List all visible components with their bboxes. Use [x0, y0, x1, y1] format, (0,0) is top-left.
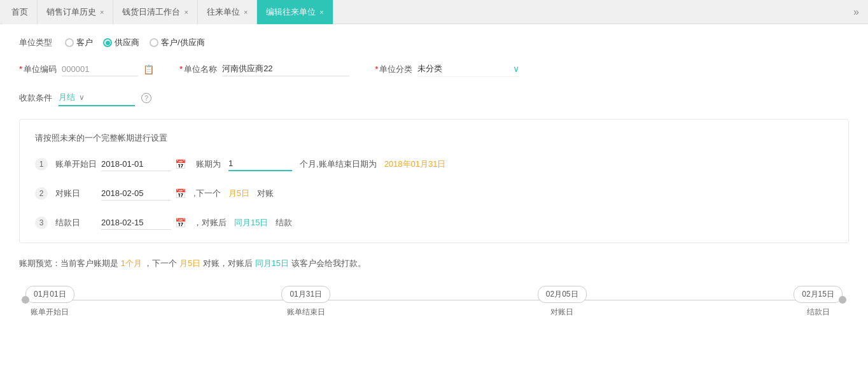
tab-bar: 首页 销售订单历史 × 钱货日清工作台 × 往来单位 × 编辑往来单位 × »: [0, 0, 868, 24]
payment-condition-arrow: ∨: [79, 93, 85, 102]
timeline-badge-4: 02月15日: [794, 286, 843, 303]
calendar-icon-3[interactable]: 📅: [175, 218, 186, 228]
calendar-icon-2[interactable]: 📅: [175, 188, 186, 199]
timeline-item-3: 02月05日 对账日: [538, 286, 587, 318]
settings-row-2: 2 对账日 📅 ,下一个 月5日 对账: [35, 186, 833, 201]
main-content: 单位类型 客户 供应商 客户/供应商 *单位编码 📋: [0, 24, 868, 387]
tab-sales-history[interactable]: 销售订单历史 ×: [38, 0, 113, 24]
period-input[interactable]: [228, 157, 292, 171]
period-prefix-1: 账期为: [196, 158, 221, 170]
radio-customer[interactable]: 客户: [65, 37, 93, 48]
unit-category-arrow: ∨: [513, 64, 519, 74]
unit-name-label: *单位名称: [179, 64, 217, 75]
tab-cashwork[interactable]: 钱货日清工作台 ×: [113, 0, 197, 24]
date-field-2: 📅: [101, 186, 186, 201]
tab-edit-units-close[interactable]: ×: [319, 8, 323, 16]
row3-suffix-normal: 结款: [276, 217, 292, 229]
radio-both[interactable]: 客户/供应商: [150, 37, 205, 48]
tab-units-close[interactable]: ×: [244, 8, 248, 16]
date-input-1[interactable]: [101, 157, 171, 171]
timeline-label-1: 账单开始日: [31, 307, 69, 318]
tab-edit-units-label: 编辑往来单位: [266, 6, 316, 18]
timeline-badge-3: 02月05日: [538, 286, 587, 303]
row-num-3: 3: [35, 216, 48, 229]
row-label-3: 结款日: [55, 217, 94, 229]
unit-code-label: *单位编码: [19, 64, 57, 75]
preview-part3: 月5日: [179, 258, 200, 268]
payment-condition-dropdown[interactable]: 月结 ∨: [59, 90, 135, 106]
row-num-2: 2: [35, 187, 48, 200]
radio-supplier[interactable]: 供应商: [103, 37, 139, 48]
preview-part1: 1个月: [121, 258, 142, 268]
radio-supplier-label: 供应商: [115, 37, 139, 48]
preview-part6: 该客户会给我打款。: [291, 258, 366, 268]
calendar-icon-1[interactable]: 📅: [175, 159, 186, 169]
unit-name-input[interactable]: [222, 62, 349, 76]
unit-code-group: *单位编码 📋: [19, 62, 154, 76]
unit-category-star: *: [375, 64, 378, 74]
row-label-1: 账单开始日: [55, 158, 94, 170]
timeline-end-dot: [839, 296, 846, 304]
unit-code-calendar-icon[interactable]: 📋: [143, 64, 154, 74]
tab-expand-button[interactable]: »: [847, 0, 865, 24]
row-num-1: 1: [35, 158, 48, 171]
row2-suffix-prefix: ,下一个: [193, 188, 221, 199]
settings-title: 请按照未来的一个完整帐期进行设置: [35, 132, 833, 144]
unit-type-label: 单位类型: [19, 37, 52, 48]
row2-suffix-highlight: 月5日: [228, 188, 249, 199]
tab-units-label: 往来单位: [207, 6, 240, 18]
date-input-3[interactable]: [101, 216, 171, 230]
radio-supplier-circle: [103, 38, 112, 47]
row-label-2: 对账日: [55, 188, 94, 199]
tab-home-label: 首页: [11, 6, 28, 18]
radio-customer-circle: [65, 38, 74, 47]
tab-home[interactable]: 首页: [3, 0, 38, 24]
help-icon[interactable]: ?: [141, 93, 151, 103]
timeline-label-3: 对账日: [550, 307, 573, 318]
period-suffix-normal: 个月,账单结束日期为: [300, 158, 377, 170]
unit-category-group: *单位分类 未分类 ∨: [375, 61, 519, 77]
settings-box: 请按照未来的一个完整帐期进行设置 1 账单开始日 📅 账期为 个月,账单结束日期…: [19, 119, 849, 243]
preview-part5: 同月15日: [255, 258, 289, 268]
tab-cashwork-label: 钱货日清工作台: [122, 6, 180, 18]
unit-category-dropdown[interactable]: 未分类 ∨: [417, 61, 519, 77]
payment-condition-label: 收款条件: [19, 92, 52, 104]
tab-cashwork-close[interactable]: ×: [184, 8, 188, 16]
settings-row-3: 3 结款日 📅 ，对账后 同月15日 结款: [35, 216, 833, 230]
preview-part2: ，下一个: [144, 258, 177, 268]
settings-row-1: 1 账单开始日 📅 账期为 个月,账单结束日期为 2018年01月31日: [35, 157, 833, 171]
timeline-items: 01月01日 账单开始日 01月31日 账单结束日 02月05日 对账日 02月…: [25, 286, 843, 318]
timeline-container: 01月01日 账单开始日 01月31日 账单结束日 02月05日 对账日 02月…: [19, 286, 849, 318]
preview-prefix: 账期预览：当前客户账期是: [19, 258, 118, 268]
period-suffix-highlight: 2018年01月31日: [384, 158, 446, 170]
payment-condition-value: 月结: [59, 92, 75, 103]
timeline-label-4: 结款日: [807, 307, 830, 318]
preview-part4: 对账，对账后: [203, 258, 253, 268]
tab-units[interactable]: 往来单位 ×: [198, 0, 257, 24]
timeline-badge-2: 01月31日: [281, 286, 330, 303]
radio-customer-label: 客户: [76, 37, 93, 48]
unit-info-row: *单位编码 📋 *单位名称 *单位分类 未分类 ∨: [19, 61, 849, 77]
row3-suffix-highlight: 同月15日: [234, 217, 268, 229]
unit-code-star: *: [19, 64, 22, 74]
tab-sales-history-close[interactable]: ×: [100, 8, 104, 16]
unit-code-input[interactable]: [62, 62, 138, 76]
date-input-2[interactable]: [101, 186, 171, 201]
preview-section: 账期预览：当前客户账期是 1个月 ，下一个 月5日 对账，对账后 同月15日 该…: [19, 256, 849, 271]
timeline-item-1: 01月01日 账单开始日: [25, 286, 74, 318]
timeline-label-2: 账单结束日: [287, 307, 325, 318]
radio-both-circle: [150, 38, 158, 47]
timeline-item-4: 02月15日 结款日: [794, 286, 843, 318]
row2-suffix-normal: 对账: [257, 188, 274, 199]
unit-category-label: *单位分类: [375, 64, 412, 75]
tab-edit-units[interactable]: 编辑往来单位 ×: [257, 0, 333, 24]
tab-expand-icon: »: [853, 6, 859, 18]
date-field-1: 📅: [101, 157, 186, 171]
date-field-3: 📅: [101, 216, 186, 230]
payment-condition-row: 收款条件 月结 ∨ ?: [19, 90, 849, 106]
radio-both-label: 客户/供应商: [161, 37, 205, 48]
timeline-badge-1: 01月01日: [25, 286, 74, 303]
unit-type-radio-group: 客户 供应商 客户/供应商: [65, 37, 205, 48]
unit-name-star: *: [179, 64, 183, 74]
unit-name-group: *单位名称: [179, 62, 349, 76]
